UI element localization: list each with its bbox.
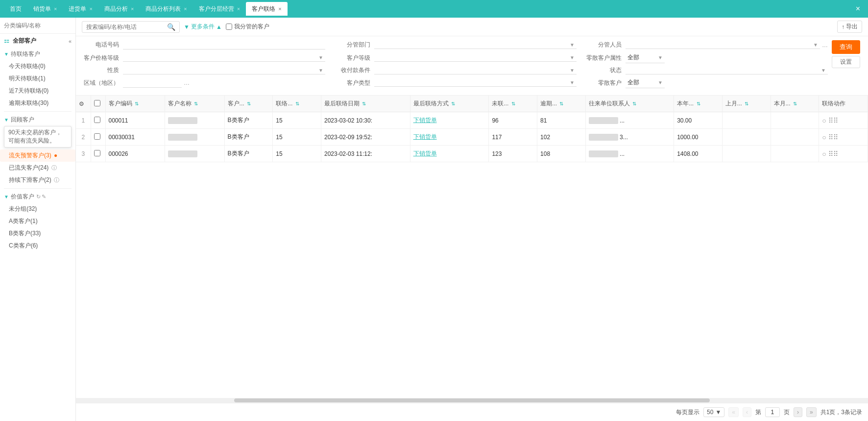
table-settings-icon[interactable]: ⚙ [79, 100, 84, 107]
my-customers-checkbox[interactable] [226, 24, 232, 30]
row-checkbox-0[interactable] [94, 117, 100, 123]
sidebar-group-value[interactable]: ▼ 价值客户 ↻ ✎ [0, 191, 75, 203]
th-type[interactable]: 客户... ⇅ [224, 96, 273, 112]
query-button[interactable]: 查询 [832, 40, 860, 54]
th-last-month[interactable]: 上月... ⇅ [722, 96, 771, 112]
th-this-month[interactable]: 本月... ⇅ [771, 96, 819, 112]
region-more-icon[interactable]: … [184, 79, 190, 86]
tab-close-customer-tier[interactable]: × [237, 6, 240, 12]
select-all-checkbox[interactable] [94, 100, 100, 106]
contact-action-icon[interactable]: ○ [822, 117, 826, 124]
tab-sales[interactable]: 销货单 × [27, 2, 63, 16]
next-page-btn[interactable]: › [794, 407, 802, 417]
value-edit-icon[interactable]: ✎ [42, 194, 46, 200]
th-settings[interactable]: ⚙ [76, 96, 91, 112]
sidebar-item-today-pending[interactable]: 今天待联络(0) [0, 60, 75, 73]
first-page-btn[interactable]: « [728, 407, 739, 417]
th-uncontacted[interactable]: 未联... ⇅ [489, 96, 537, 112]
prev-page-btn[interactable]: ‹ [743, 407, 751, 417]
more-action-icon[interactable]: ⠿⠿ [828, 150, 838, 158]
sidebar-item-class-b[interactable]: B类客户(33) [0, 227, 75, 240]
contact-action-icon[interactable]: ○ [822, 150, 826, 158]
filter-customer-grade-select[interactable]: ▼ [374, 54, 577, 62]
value-refresh-icon[interactable]: ↻ [36, 194, 41, 200]
page-size-select[interactable]: 50 ▼ [703, 407, 724, 417]
manager-more-icon[interactable]: … [822, 42, 828, 49]
th-this-year[interactable]: 本年... ⇅ [674, 96, 723, 112]
filter-region-input[interactable] [123, 78, 182, 88]
cell-last-method: 下销货单 [410, 129, 489, 146]
search-input[interactable] [86, 24, 165, 30]
horizontal-scrollbar[interactable] [76, 398, 868, 403]
last-method-link[interactable]: 下销货单 [413, 150, 437, 157]
tab-analysis[interactable]: 商品分析 × [98, 2, 140, 16]
filter-price-grade-select[interactable]: ▼ [123, 54, 325, 62]
sidebar-item-churn-warning[interactable]: 流失预警客户(3) ● [0, 149, 75, 162]
th-name[interactable]: 客户名称 ⇅ [165, 96, 225, 112]
th-overdue[interactable]: 逾期... ⇅ [537, 96, 586, 112]
filter-region-label: 区域（地区） [84, 79, 123, 87]
tab-purchase[interactable]: 进货单 × [63, 2, 98, 16]
more-condition-btn[interactable]: ▼ 更多条件 ▲ [184, 23, 222, 31]
sidebar-item-class-a[interactable]: A类客户(1) [0, 215, 75, 227]
sidebar-item-class-c[interactable]: C类客户(6) [0, 240, 75, 252]
settings-button[interactable]: 设置 [832, 56, 860, 68]
tab-home[interactable]: 首页 [4, 2, 27, 16]
cell-checkbox[interactable] [91, 112, 105, 129]
sidebar-item-overdue-pending[interactable]: 逾期未联络(30) [0, 97, 75, 109]
cell-checkbox[interactable] [91, 129, 105, 146]
row-checkbox-1[interactable] [94, 133, 100, 140]
sidebar-group-review[interactable]: ▼ 回顾客户 [0, 114, 75, 126]
filter-status-select[interactable]: ▼ [626, 67, 828, 74]
sidebar-search-input[interactable] [4, 22, 76, 29]
filter-panel: 电话号码 分管部门 ▼ 分管人员 [76, 36, 868, 96]
filter-manager-select[interactable]: ▼ [626, 41, 820, 49]
last-method-link[interactable]: 下销货单 [413, 133, 437, 140]
contact-action-icon[interactable]: ○ [822, 133, 826, 141]
filter-dept-select[interactable]: ▼ [374, 41, 577, 49]
sidebar-group-pending[interactable]: ▼ 待联络客户 [0, 48, 75, 60]
tab-customer-contact[interactable]: 客户联络 × [246, 2, 287, 16]
tooltip-churned: 90天未交易的客户，可能有流失风险。 [4, 126, 72, 148]
filter-nature-select[interactable]: ▼ [123, 67, 325, 74]
last-page-btn[interactable]: » [806, 407, 817, 417]
th-contact-person[interactable]: 往来单位联系人 ⇅ [585, 96, 674, 112]
filter-customer-type-select[interactable]: ▼ [374, 79, 577, 87]
sidebar-item-declining[interactable]: 持续下滑客户(2) ⓘ [0, 174, 75, 186]
tab-close-purchase[interactable]: × [89, 6, 92, 12]
sidebar-item-7days-pending[interactable]: 近7天待联络(0) [0, 85, 75, 97]
last-method-link[interactable]: 下销货单 [413, 117, 437, 124]
cell-checkbox[interactable] [91, 146, 105, 162]
th-last-date[interactable]: 最后联络日期 ⇅ [321, 96, 410, 112]
scrollbar-thumb[interactable] [234, 398, 709, 402]
tab-close-analysis-list[interactable]: × [184, 6, 187, 12]
tab-close-sales[interactable]: × [54, 6, 57, 12]
my-customers-checkbox-label[interactable]: 我分管的客户 [226, 23, 269, 31]
window-close-button[interactable]: × [852, 4, 864, 13]
more-action-icon[interactable]: ⠿⠿ [828, 117, 838, 124]
page-label: 第 [755, 408, 761, 417]
sidebar-all-customers[interactable]: ⚏ 全部客户 « [0, 34, 75, 48]
cell-num: 1 [76, 112, 91, 129]
filter-icon: ▼ [184, 24, 190, 30]
sidebar-item-churned[interactable]: 已流失客户(24) ⓘ [0, 162, 75, 174]
filter-payment-select[interactable]: ▼ [374, 67, 577, 74]
tab-close-customer-contact[interactable]: × [278, 6, 281, 12]
tab-analysis-list[interactable]: 商品分析列表 × [140, 2, 193, 16]
filter-retail-select[interactable]: 全部 ▼ [626, 77, 665, 88]
sidebar-item-tomorrow-pending[interactable]: 明天待联络(1) [0, 73, 75, 85]
th-code[interactable]: 客户编码 ⇅ [105, 96, 165, 112]
more-action-icon[interactable]: ⠿⠿ [828, 133, 838, 141]
th-last-method[interactable]: 最后联络方式 ⇅ [410, 96, 489, 112]
export-button[interactable]: ↑ 导出 [837, 21, 862, 33]
filter-retail-attr-select[interactable]: 全部 ▼ [626, 52, 665, 63]
tab-close-analysis[interactable]: × [131, 6, 134, 12]
row-checkbox-2[interactable] [94, 150, 100, 156]
filter-phone-input[interactable] [123, 40, 325, 50]
tab-customer-tier[interactable]: 客户分层经营 × [193, 2, 246, 16]
th-contact-count[interactable]: 联络... ⇅ [273, 96, 321, 112]
page-input[interactable] [765, 407, 780, 417]
th-checkbox[interactable] [91, 96, 105, 112]
sidebar-item-ungrouped[interactable]: 未分组(32) [0, 203, 75, 215]
sidebar-collapse-btn[interactable]: « [69, 38, 72, 44]
